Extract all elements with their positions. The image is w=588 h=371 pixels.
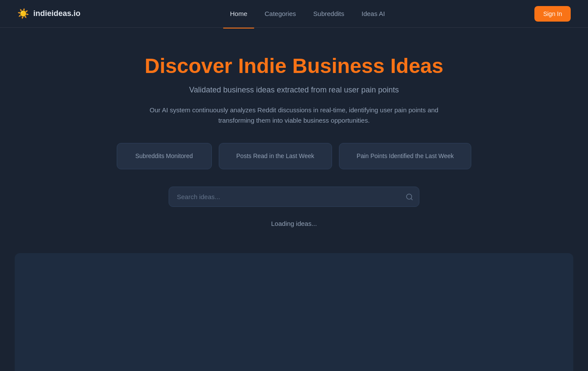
- search-input[interactable]: [169, 187, 419, 207]
- hero-section: Discover Indie Business Ideas Validated …: [0, 28, 588, 253]
- svg-line-1: [411, 198, 412, 200]
- loading-text: Loading ideas...: [271, 220, 317, 227]
- stat-card-subreddits: Subreddits Monitored: [117, 143, 212, 170]
- stat-label-subreddits: Subreddits Monitored: [134, 152, 194, 161]
- stat-card-pain-points: Pain Points Identified the Last Week: [339, 143, 472, 170]
- nav-item-categories[interactable]: Categories: [258, 6, 303, 21]
- nav-item-ideas-ai[interactable]: Ideas AI: [355, 6, 392, 21]
- bottom-content-area: [15, 253, 573, 371]
- hero-title: Discover Indie Business Ideas: [145, 54, 444, 79]
- nav-item-subreddits[interactable]: Subreddits: [307, 6, 352, 21]
- stats-row: Subreddits Monitored Posts Read in the L…: [117, 143, 472, 170]
- stat-card-posts: Posts Read in the Last Week: [219, 143, 332, 170]
- hero-subtitle: Validated business ideas extracted from …: [189, 86, 399, 95]
- navbar-actions: Sign In: [534, 6, 571, 22]
- hero-description: Our AI system continuously analyzes Redd…: [147, 105, 441, 126]
- brand-icon: ☀️: [17, 8, 29, 19]
- nav-links: Home Categories Subreddits Ideas AI: [223, 6, 392, 21]
- search-button[interactable]: [406, 193, 413, 201]
- signin-button[interactable]: Sign In: [534, 6, 571, 22]
- navbar: ☀️ indieideas.io Home Categories Subredd…: [0, 0, 588, 28]
- stat-label-posts: Posts Read in the Last Week: [236, 152, 314, 161]
- brand-logo[interactable]: ☀️ indieideas.io: [17, 8, 80, 19]
- stat-label-pain-points: Pain Points Identified the Last Week: [357, 152, 454, 161]
- search-container: [169, 187, 419, 207]
- nav-item-home[interactable]: Home: [223, 6, 254, 21]
- brand-name: indieideas.io: [33, 9, 80, 18]
- search-icon: [406, 193, 413, 201]
